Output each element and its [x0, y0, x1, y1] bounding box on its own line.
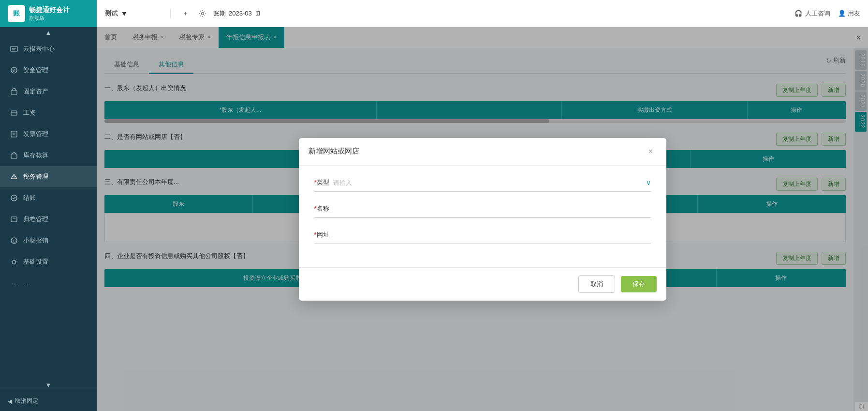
sidebar-logo: 账 畅捷通好会计 旗舰版	[0, 0, 97, 27]
add-btn[interactable]: ＋	[178, 7, 192, 20]
settings-btn[interactable]	[196, 7, 209, 20]
company-name: 测试	[104, 9, 118, 18]
sidebar-scroll-up[interactable]: ▲	[0, 27, 97, 38]
calendar-icon[interactable]: 🗓	[255, 10, 261, 17]
pin-label: 取消固定	[15, 397, 38, 405]
dialog-header: 新增网站或网店 ×	[299, 138, 666, 166]
pin-icon: ◀	[8, 398, 12, 405]
jichushezhi-icon	[10, 258, 18, 266]
type-input-wrap: * 类型 ∨	[314, 177, 651, 192]
sidebar: 账 畅捷通好会计 旗舰版 ▲ 云报表中心 ¥ 资金管理 固定资产	[0, 0, 97, 411]
sidebar-item-gongzi[interactable]: 工资	[0, 102, 97, 123]
yunbaobiao-icon	[10, 45, 18, 53]
sidebar-label-kucun: 库存核算	[23, 151, 48, 160]
dialog-footer: 取消 保存	[299, 267, 666, 301]
sidebar-item-jiezhang[interactable]: 结账	[0, 187, 97, 209]
svg-point-18	[13, 260, 15, 263]
kucun-icon	[10, 151, 18, 160]
watermark: Ci	[855, 402, 868, 411]
logo-sub: 旗舰版	[29, 15, 70, 22]
period-label: 账期	[213, 9, 226, 18]
sidebar-label-zijin: 资金管理	[23, 66, 48, 75]
sidebar-label-xiaochang: 小畅报销	[23, 236, 48, 245]
name-input[interactable]	[333, 203, 651, 214]
dialog-title: 新增网站或网店	[309, 147, 359, 156]
url-input-wrap: * 网址	[314, 229, 651, 244]
customer-service-btn[interactable]: 🎧 人工咨询	[794, 9, 830, 18]
svg-point-19	[202, 12, 204, 15]
svg-rect-11	[11, 154, 17, 158]
user-icon: 👤	[838, 10, 846, 17]
sidebar-nav: 云报表中心 ¥ 资金管理 固定资产 工资 发票管理	[0, 38, 97, 380]
add-website-dialog: 新增网站或网店 × * 类型 ∨ * 名称	[299, 138, 666, 301]
sidebar-label-yunbaobiao: 云报表中心	[23, 45, 55, 53]
svg-rect-6	[11, 111, 17, 115]
sidebar-label-jiezhang: 结账	[23, 194, 36, 202]
sidebar-scroll-down[interactable]: ▼	[0, 380, 97, 391]
user-label: 用友	[848, 9, 860, 18]
sidebar-label-more: ···	[23, 280, 29, 287]
form-field-type: * 类型 ∨	[314, 177, 651, 192]
sidebar-pin-toggle[interactable]: ◀ 取消固定	[0, 391, 97, 411]
gudingzichan-icon	[10, 87, 18, 96]
name-label: 名称	[317, 204, 329, 213]
url-label: 网址	[317, 230, 329, 239]
type-dropdown-arrow[interactable]: ∨	[646, 179, 651, 186]
sidebar-label-shuiwu: 税务管理	[23, 172, 48, 181]
company-selector[interactable]: 测试 ▼	[104, 9, 162, 18]
headset-icon: 🎧	[794, 10, 802, 17]
fapiao-icon	[10, 130, 18, 138]
svg-text:¥: ¥	[12, 68, 15, 73]
topbar-right: 🎧 人工咨询 👤 用友	[794, 9, 860, 18]
period-value: 2023-03	[229, 10, 252, 17]
sidebar-item-yunbaobiao[interactable]: 云报表中心	[0, 38, 97, 60]
logo-title: 畅捷通好会计	[29, 5, 70, 14]
shuiwu-icon	[10, 172, 18, 181]
logo-text-wrap: 畅捷通好会计 旗舰版	[29, 5, 70, 21]
sidebar-item-kucun[interactable]: 库存核算	[0, 145, 97, 166]
sidebar-item-more[interactable]: ··· ···	[0, 273, 97, 294]
svg-text:C: C	[13, 239, 16, 244]
sidebar-label-guidang: 归档管理	[23, 215, 48, 224]
sidebar-item-gudingzichan[interactable]: 固定资产	[0, 81, 97, 102]
svg-rect-0	[11, 46, 17, 51]
user-menu[interactable]: 👤 用友	[838, 9, 860, 18]
svg-rect-14	[11, 217, 17, 222]
sidebar-item-zijin[interactable]: ¥ 资金管理	[0, 60, 97, 81]
sidebar-item-fapiao[interactable]: 发票管理	[0, 123, 97, 145]
url-input[interactable]	[333, 229, 651, 241]
type-input[interactable]	[333, 177, 646, 188]
cancel-button[interactable]: 取消	[578, 275, 615, 293]
zijin-icon: ¥	[10, 66, 18, 75]
logo-icon: 账	[8, 5, 25, 22]
type-label: 类型	[317, 178, 329, 187]
gongzi-icon	[10, 108, 18, 117]
sidebar-label-gongzi: 工资	[23, 108, 36, 117]
topbar: 测试 ▼ ＋ 账期 2023-03 🗓 🎧 人工咨询 👤 用友	[97, 0, 868, 27]
company-dropdown-icon: ▼	[121, 10, 128, 17]
xiaochang-icon: C	[10, 236, 18, 245]
modal-overlay: 新增网站或网店 × * 类型 ∨ * 名称	[97, 27, 868, 411]
service-label: 人工咨询	[805, 9, 830, 18]
name-input-wrap: * 名称	[314, 203, 651, 218]
jiezhang-icon	[10, 194, 18, 202]
topbar-divider1	[170, 9, 171, 18]
sidebar-item-xiaochang[interactable]: C 小畅报销	[0, 230, 97, 251]
sidebar-item-jichushezhi[interactable]: 基础设置	[0, 251, 97, 273]
sidebar-label-gudingzichan: 固定资产	[23, 87, 48, 96]
save-button[interactable]: 保存	[621, 276, 657, 292]
sidebar-label-jichushezhi: 基础设置	[23, 258, 48, 266]
form-field-name: * 名称	[314, 203, 651, 218]
sidebar-item-shuiwu[interactable]: 税务管理	[0, 166, 97, 187]
period-display: 账期 2023-03 🗓	[213, 9, 261, 18]
dialog-close-btn[interactable]: ×	[645, 146, 657, 157]
svg-rect-8	[11, 131, 17, 137]
svg-point-13	[11, 195, 17, 201]
sidebar-label-fapiao: 发票管理	[23, 130, 48, 138]
sidebar-item-guidang[interactable]: 归档管理	[0, 209, 97, 230]
guidang-icon	[10, 215, 18, 224]
form-field-url: * 网址	[314, 229, 651, 244]
more-icon: ···	[10, 279, 18, 288]
dialog-body: * 类型 ∨ * 名称 * 网址	[299, 166, 666, 267]
svg-rect-5	[11, 91, 17, 94]
